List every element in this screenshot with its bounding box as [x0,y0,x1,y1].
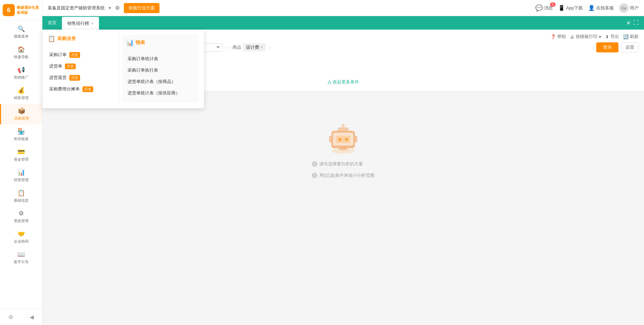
trial-button[interactable]: 体验行业方案 [124,3,159,13]
logo-icon: 6 [3,4,15,16]
notification-btn[interactable]: 💬 消息 9 [535,4,553,12]
goods-receipt-item[interactable]: 进货单 历史 [48,60,116,72]
print-btn[interactable]: 🖨 按模板打印 ▾ [570,34,601,40]
sidebar-item-sales[interactable]: 💰 销售管理 [0,83,42,104]
purchase-order-exec-item[interactable]: 采购订单执行表 [126,65,195,76]
report-col-title: 📊 报表 [126,39,195,49]
finance-icon: 💳 [17,148,25,156]
sidebar-settings-btn[interactable]: ⚙ [6,312,15,322]
sidebar-item-purchase[interactable]: 📦 采购管理 [0,104,42,124]
svg-rect-3 [336,136,351,143]
marketing-icon: 📢 [17,66,25,74]
purchase-icon: 📦 [18,107,25,115]
help-icon: ❓ [550,34,556,39]
logo-text: 畅捷通好生意 标准版 [17,5,39,15]
refresh-btn[interactable]: 🔄 刷新 [623,34,639,40]
purchase-order-item[interactable]: 采购订单 历史 [48,49,116,60]
print-dropdown-icon: ▾ [599,34,601,39]
export-btn[interactable]: ⬇ 导出 [605,34,619,40]
svg-rect-9 [338,127,349,131]
purchase-expense-history[interactable]: 历史 [82,86,93,92]
tab-sales-rank[interactable]: 销售排行榜 × [62,17,99,30]
query-button[interactable]: 查询 [596,42,618,52]
sidebar-item-marketing[interactable]: 📢 营销推广 [0,63,42,83]
report-col-icon: 📊 [126,39,134,46]
search-icon: 🔍 [17,25,25,33]
phone-icon: 📱 [558,5,565,11]
system-title: 装备及固定资产辅助管理系统 [48,5,105,11]
sidebar-item-operation[interactable]: 📊 经营管理 [0,165,42,186]
svg-rect-8 [355,136,357,143]
header-dropdown-btn[interactable]: ▾ [109,5,111,10]
collapse-icon: ⋀ [328,80,331,85]
top-header: 装备及固定资产辅助管理系统 ▾ ⚙ 体验行业方案 💬 消息 9 📱 App下载 … [42,0,644,16]
settings-button[interactable]: 设置 [621,42,639,52]
purchase-order-history[interactable]: 历史 [69,52,80,58]
basic-info-icon: 📋 [17,189,25,197]
header-settings-btn[interactable]: ⚙ [115,5,120,11]
operation-icon: 📊 [17,169,25,176]
product-tag-close[interactable]: × [260,45,263,50]
tab-fullscreen-btn[interactable]: ⛶ [633,20,639,26]
purchase-col-icon: 📋 [48,35,55,42]
svg-point-4 [338,138,342,141]
tab-close-btn[interactable]: × [91,21,94,26]
product-tag: 设计费 × [243,43,265,51]
purchase-expense-item[interactable]: 采购费用分摊单 历史 [48,83,116,95]
export-icon: ⬇ [605,34,609,39]
cooperation-icon: 🤝 [17,230,25,238]
service-icon: 👤 [588,5,595,11]
svg-rect-6 [339,148,347,150]
refresh-icon: 🔄 [623,34,629,39]
goods-stats-supplier-item[interactable]: 进货单统计表（按供应商） [126,87,195,99]
purchase-business-col: 📋 采购业务 采购订单 历史 进货单 历史 进货退货 历史 采购费用分摊单 历史 [48,35,116,103]
svg-point-5 [345,138,348,141]
empty-hint-1: 1 请先选择要分析的方案 2 用[过滤]条件来缩小分析范围 [312,160,374,180]
goods-stats-product-item[interactable]: 进货单统计表（按商品） [126,76,195,87]
goods-return-history[interactable]: 历史 [69,75,80,81]
purchase-order-stats-item[interactable]: 采购订单统计表 [126,53,195,65]
tab-bar: 首页 销售排行榜 × ✕ ⛶ [42,16,644,30]
sidebar-item-search[interactable]: 🔍 搜索菜单 [0,22,42,42]
app-logo: 6 畅捷通好生意 标准版 [0,0,42,21]
header-actions: 💬 消息 9 📱 App下载 👤 在线客服 Ea 用户 [535,3,639,13]
sidebar-item-guide[interactable]: 📖 新手引导 [0,247,42,268]
circle-1: 1 [312,161,317,167]
print-icon: 🖨 [570,34,574,39]
inventory-icon: 🏪 [17,128,25,135]
sidebar-bottom: ⚙ ◀ [0,309,42,325]
empty-state: 1 请先选择要分析的方案 2 用[过滤]条件来缩小分析范围 [42,91,644,209]
tab-bar-actions: ✕ ⛶ [626,20,644,26]
goods-receipt-history[interactable]: 历史 [65,64,76,69]
order-status-ellipsis: ··· [225,45,228,50]
notification-badge: 9 [550,2,556,7]
svg-rect-7 [329,136,332,143]
goods-return-item[interactable]: 进货退货 历史 [48,72,116,83]
tab-home[interactable]: 首页 [42,16,62,30]
svg-point-10 [342,124,345,127]
sidebar-item-quick-nav[interactable]: 🏠 快捷导航 [0,42,42,63]
online-service-btn[interactable]: 👤 在线客服 [588,5,614,11]
user-menu-btn[interactable]: Ea 用户 [619,3,639,13]
sales-icon: 💰 [17,87,25,94]
collapse-label: 收起更多条件 [333,79,359,85]
circle-2: 2 [312,173,317,178]
sidebar-item-system[interactable]: ⚙ 系统管理 [0,206,42,227]
sidebar-item-cooperation[interactable]: 🤝 企业协同 [0,227,42,247]
filter-actions: 查询 设置 [596,42,639,52]
sidebar-item-finance[interactable]: 💳 资金管理 [0,145,42,165]
product-ellipsis: ··· [267,45,271,50]
tab-close-all-btn[interactable]: ✕ [626,20,631,26]
sidebar-nav: 🔍 搜索菜单 🏠 快捷导航 📢 营销推广 💰 销售管理 📦 采购管理 🏪 [0,21,42,309]
app-download-btn[interactable]: 📱 App下载 [558,5,583,11]
sidebar-item-basic-info[interactable]: 📋 基础信息 [0,186,42,206]
purchase-dropdown-menu: 📋 采购业务 采购订单 历史 进货单 历史 进货退货 历史 采购费用分摊单 历史… [42,30,204,108]
sidebar-collapse-btn[interactable]: ◀ [28,312,36,322]
system-icon: ⚙ [19,210,24,217]
empty-illustration [323,121,363,154]
user-avatar: Ea [619,3,629,13]
purchase-report-col: 📊 报表 采购订单统计表 采购订单执行表 进货单统计表（按商品） 进货单统计表（… [122,35,199,103]
product-label: 商品 [232,44,241,50]
sidebar-item-inventory[interactable]: 🏪 库存核算 [0,124,42,145]
help-btn[interactable]: ❓ 帮助 [550,34,566,40]
